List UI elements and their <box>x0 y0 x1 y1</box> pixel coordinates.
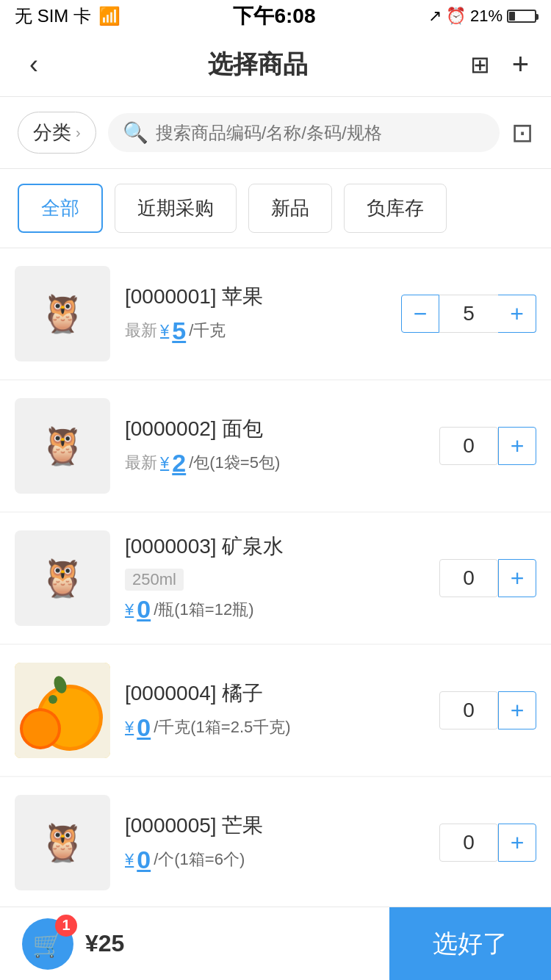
scan-icon[interactable]: ⊡ <box>511 118 533 148</box>
location-icon: ↗ <box>428 7 442 26</box>
tab-recent[interactable]: 近期采购 <box>115 184 237 233</box>
placeholder-icon: 🦉 <box>40 425 85 467</box>
product-price-p3: ¥ 0 /瓶(1箱=12瓶) <box>125 595 425 624</box>
qty-plus-p5[interactable]: + <box>498 824 536 862</box>
qty-input-p5[interactable] <box>439 824 498 862</box>
back-button[interactable]: ‹ <box>22 42 46 87</box>
price-unit-p3: /瓶(1箱=12瓶) <box>154 599 253 621</box>
tab-negative[interactable]: 负库存 <box>344 184 447 233</box>
product-image-p4 <box>15 663 110 758</box>
product-controls-p3: + <box>439 559 536 597</box>
nav-bar: ‹ 选择商品 ⊞ + <box>0 32 551 97</box>
bottom-bar: 🛒 1 ¥25 选好了 <box>0 907 551 980</box>
qty-plus-p2[interactable]: + <box>498 427 536 465</box>
product-name-p1: [0000001] 苹果 <box>125 283 386 311</box>
product-controls-p5: + <box>439 824 536 862</box>
tab-recent-label: 近期采购 <box>137 197 214 219</box>
placeholder-icon: 🦉 <box>40 821 85 864</box>
price-currency-p4: ¥ <box>125 718 134 737</box>
status-left: 无 SIM 卡 📶 <box>15 4 120 28</box>
product-image-p2: 🦉 <box>15 398 110 494</box>
search-icon: 🔍 <box>123 120 148 145</box>
price-currency-p1: ¥ <box>160 321 169 340</box>
search-input[interactable] <box>156 123 485 143</box>
cart-total: ¥25 <box>85 930 124 957</box>
add-icon[interactable]: + <box>512 48 529 81</box>
price-label-p2: 最新 <box>125 452 157 474</box>
product-price-p1: 最新 ¥ 5 /千克 <box>125 317 386 345</box>
list-item: [0000004] 橘子 ¥ 0 /千克(1箱=2.5千克) + <box>0 645 551 776</box>
filter-icon[interactable]: ⊞ <box>470 51 490 79</box>
cart-icon-button[interactable]: 🛒 1 <box>22 918 73 970</box>
list-item: 🦉 [0000003] 矿泉水 250ml ¥ 0 /瓶(1箱=12瓶) + <box>0 513 551 644</box>
product-image-p3: 🦉 <box>15 530 110 626</box>
qty-plus-p4[interactable]: + <box>498 691 536 729</box>
page-title: 选择商品 <box>208 48 308 82</box>
product-info-p2: [0000002] 面包 最新 ¥ 2 /包(1袋=5包) <box>125 415 425 478</box>
price-label-p1: 最新 <box>125 320 157 342</box>
qty-minus-p1[interactable]: − <box>401 295 439 333</box>
orange-image <box>15 663 110 758</box>
product-image-p1: 🦉 <box>15 266 110 361</box>
product-name-p4: [0000004] 橘子 <box>125 680 425 707</box>
tab-row: 全部 近期采购 新品 负库存 <box>0 169 551 248</box>
price-unit-p2: /包(1袋=5包) <box>189 452 280 474</box>
product-price-p2: 最新 ¥ 2 /包(1袋=5包) <box>125 449 425 478</box>
price-unit-p5: /个(1箱=6个) <box>154 849 245 871</box>
battery-icon <box>507 10 536 23</box>
price-currency-p5: ¥ <box>125 850 134 869</box>
product-info-p1: [0000001] 苹果 最新 ¥ 5 /千克 <box>125 283 386 345</box>
qty-input-p1[interactable] <box>439 295 498 333</box>
cart-area: 🛒 1 ¥25 <box>0 918 389 970</box>
search-box: 🔍 <box>108 113 500 152</box>
search-row: 分类 › 🔍 ⊡ <box>0 97 551 169</box>
alarm-icon: ⏰ <box>446 7 466 26</box>
status-right: ↗ ⏰ 21% <box>428 7 536 26</box>
product-price-p4: ¥ 0 /千克(1箱=2.5千克) <box>125 713 425 742</box>
wifi-icon: 📶 <box>98 6 120 26</box>
confirm-button[interactable]: 选好了 <box>389 907 551 981</box>
qty-input-p2[interactable] <box>439 427 498 465</box>
price-value-p5: 0 <box>137 846 151 874</box>
qty-plus-p3[interactable]: + <box>498 559 536 597</box>
svg-point-4 <box>23 711 58 746</box>
price-value-p3: 0 <box>137 595 151 624</box>
battery-percent: 21% <box>470 7 503 26</box>
qty-input-p3[interactable] <box>439 559 498 597</box>
tab-new[interactable]: 新品 <box>248 184 332 233</box>
qty-plus-p1[interactable]: + <box>498 295 536 333</box>
price-unit-p4: /千克(1箱=2.5千克) <box>154 716 290 738</box>
list-item: 🦉 [0000005] 芒果 ¥ 0 /个(1箱=6个) + <box>0 777 551 908</box>
product-controls-p1: − + <box>401 295 536 333</box>
status-time: 下午6:08 <box>233 2 315 30</box>
cart-badge: 1 <box>55 915 77 937</box>
product-spec-p3: 250ml <box>125 569 184 591</box>
price-value-p2: 2 <box>172 449 186 478</box>
price-unit-p1: /千克 <box>189 320 226 342</box>
product-name-p5: [0000005] 芒果 <box>125 812 425 840</box>
list-item: 🦉 [0000002] 面包 最新 ¥ 2 /包(1袋=5包) + <box>0 381 551 511</box>
product-name-p2: [0000002] 面包 <box>125 415 425 443</box>
product-price-p5: ¥ 0 /个(1箱=6个) <box>125 846 425 874</box>
product-controls-p2: + <box>439 427 536 465</box>
qty-input-p4[interactable] <box>439 691 498 729</box>
nav-actions: ⊞ + <box>470 48 529 81</box>
list-item: 🦉 [0000001] 苹果 最新 ¥ 5 /千克 − + <box>0 248 551 379</box>
tab-negative-label: 负库存 <box>367 197 424 219</box>
product-list: 🦉 [0000001] 苹果 最新 ¥ 5 /千克 − + 🦉 [0000002… <box>0 248 551 980</box>
category-button[interactable]: 分类 › <box>18 112 96 154</box>
carrier-label: 无 SIM 卡 <box>15 4 91 28</box>
price-currency-p2: ¥ <box>160 453 169 472</box>
product-info-p5: [0000005] 芒果 ¥ 0 /个(1箱=6个) <box>125 812 425 874</box>
tab-all[interactable]: 全部 <box>18 184 103 233</box>
product-image-p5: 🦉 <box>15 795 110 890</box>
price-currency-p3: ¥ <box>125 600 134 619</box>
category-label: 分类 <box>33 120 71 145</box>
tab-new-label: 新品 <box>271 197 309 219</box>
placeholder-icon: 🦉 <box>40 557 85 599</box>
price-value-p1: 5 <box>172 317 186 345</box>
product-info-p3: [0000003] 矿泉水 250ml ¥ 0 /瓶(1箱=12瓶) <box>125 533 425 624</box>
product-controls-p4: + <box>439 691 536 729</box>
product-name-p3: [0000003] 矿泉水 <box>125 533 425 561</box>
svg-point-6 <box>48 695 57 704</box>
